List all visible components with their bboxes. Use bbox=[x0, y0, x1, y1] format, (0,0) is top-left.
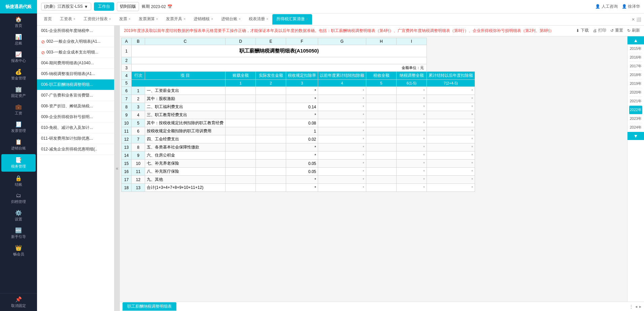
close-all-icon[interactable]: ✕ bbox=[632, 17, 635, 22]
cell-c2[interactable] bbox=[256, 143, 286, 151]
cell-c4[interactable]: * bbox=[318, 151, 366, 160]
sheet-scroll-left[interactable]: ◂ bbox=[635, 304, 637, 309]
tab-check[interactable]: 进销稽核 × bbox=[190, 14, 217, 25]
cell-c7[interactable]: * bbox=[427, 160, 475, 168]
close-tab-salary[interactable]: × bbox=[73, 17, 75, 21]
sidebar-item-home[interactable]: 🏠 首页 bbox=[0, 13, 37, 31]
close-tab-tax-book[interactable]: × bbox=[266, 17, 268, 21]
cell-c7[interactable]: * bbox=[427, 143, 475, 151]
sidebar-item-close[interactable]: 🔒 结账 bbox=[0, 172, 37, 190]
close-tab-invoice[interactable]: × bbox=[129, 17, 131, 21]
table-row[interactable]: 7 2 其中：股权激励 * * * * bbox=[122, 95, 475, 103]
cell-c3[interactable]: 0.02 bbox=[286, 135, 318, 143]
cell-c6[interactable]: * bbox=[397, 95, 427, 103]
workbench-button[interactable]: 工作台 bbox=[94, 2, 114, 11]
close-tab-check[interactable]: × bbox=[211, 17, 213, 21]
table-row[interactable]: 18 13 合计(1+3+4+7+8+9+10+11+12) * * * * bbox=[122, 184, 475, 192]
cell-c7[interactable]: * bbox=[427, 111, 475, 119]
cell-c2[interactable] bbox=[256, 151, 286, 160]
cell-c4[interactable]: * bbox=[318, 111, 366, 119]
close-tab-invoice-open[interactable]: × bbox=[183, 17, 185, 21]
cell-c6[interactable]: * bbox=[397, 111, 427, 119]
cell-c1[interactable] bbox=[226, 151, 256, 160]
cell-c5[interactable] bbox=[366, 151, 397, 160]
cell-c2[interactable] bbox=[256, 95, 286, 103]
cell-c3[interactable]: * bbox=[286, 95, 318, 103]
tab-inout-ledger[interactable]: 进销台账 × bbox=[217, 14, 245, 25]
cell-c5[interactable] bbox=[366, 103, 397, 111]
cell-c7[interactable]: * bbox=[427, 184, 475, 192]
cell-c6[interactable]: * bbox=[397, 127, 427, 135]
old-version-button[interactable]: 切到旧版 bbox=[117, 2, 139, 11]
sidebar-item-tax[interactable]: 📑 税务管理 bbox=[1, 154, 36, 172]
cell-c5[interactable] bbox=[366, 111, 397, 119]
cell-c5[interactable] bbox=[366, 176, 397, 184]
cell-c3[interactable]: * bbox=[286, 111, 318, 119]
cell-c6[interactable]: * bbox=[397, 184, 427, 192]
tab-home[interactable]: 首页 bbox=[40, 14, 56, 25]
tab-invoice-open[interactable]: 发票开具 × bbox=[162, 14, 190, 25]
cell-c3[interactable]: 0.14 bbox=[286, 103, 318, 111]
tab-invoice[interactable]: 发票 × bbox=[115, 14, 135, 25]
year-item[interactable]: 2016年 bbox=[629, 53, 642, 62]
cell-c1[interactable] bbox=[226, 184, 256, 192]
table-row[interactable]: 13 8 五、各类基本社会保障性缴款 * * * * bbox=[122, 143, 475, 151]
cell-c4[interactable]: * bbox=[318, 127, 366, 135]
sidebar-item-member[interactable]: 👑 畅会员 bbox=[0, 242, 37, 260]
close-tab-invoice-calc[interactable]: × bbox=[156, 17, 158, 21]
cell-c3[interactable]: * bbox=[286, 143, 318, 151]
cell-c3[interactable]: * bbox=[286, 184, 318, 192]
table-row[interactable]: 6 1 一、工资薪金支出 * * * * bbox=[122, 87, 475, 95]
cell-c5[interactable] bbox=[366, 119, 397, 127]
cell-c2[interactable] bbox=[256, 103, 286, 111]
cell-c3[interactable]: * bbox=[286, 151, 318, 160]
tab-salary-report[interactable]: 工资统计报表 × bbox=[79, 14, 115, 25]
cell-c4[interactable]: * bbox=[318, 87, 366, 95]
cell-c7[interactable]: * bbox=[427, 168, 475, 176]
cell-c5[interactable] bbox=[366, 127, 397, 135]
table-row[interactable]: 15 10 七、补充养老保险 0.05 * * * bbox=[122, 160, 475, 168]
cell-c2[interactable] bbox=[256, 135, 286, 143]
cell-c3[interactable]: * bbox=[286, 176, 318, 184]
year-nav-down[interactable]: ▼ bbox=[628, 132, 644, 140]
close-tab-income-tax[interactable]: × bbox=[306, 17, 308, 21]
calendar-icon[interactable]: 📅 bbox=[167, 4, 172, 9]
table-row[interactable]: 8 3 二、职工福利费支出 0.14 * * * bbox=[122, 103, 475, 111]
cell-c5[interactable] bbox=[366, 168, 397, 176]
download-button[interactable]: ⬇ 下载 bbox=[576, 28, 589, 33]
maximize-icon[interactable]: ⬜ bbox=[636, 17, 641, 22]
cell-c7[interactable]: * bbox=[427, 103, 475, 111]
cell-c6[interactable]: * bbox=[397, 168, 427, 176]
table-row[interactable]: 17 12 九、其他 * * * * bbox=[122, 176, 475, 184]
left-panel-item-004[interactable]: 004-期间费用明细表(A1040... bbox=[37, 58, 114, 69]
cell-c2[interactable] bbox=[256, 119, 286, 127]
cell-c5[interactable] bbox=[366, 135, 397, 143]
cell-c5[interactable] bbox=[366, 160, 397, 168]
support-link[interactable]: 👤 人工咨询 bbox=[595, 4, 617, 9]
left-panel-item-009[interactable]: 009-企业所得税弥补亏损明... bbox=[37, 112, 114, 123]
left-panel-item-010[interactable]: 010-免税、减计收入及加计... bbox=[37, 123, 114, 133]
year-nav-up[interactable]: ▲ bbox=[628, 36, 644, 44]
cell-c1[interactable] bbox=[226, 119, 256, 127]
cell-c4[interactable]: * bbox=[318, 95, 366, 103]
sidebar-item-invoice[interactable]: 🧾 发票管理 bbox=[0, 118, 37, 136]
year-item[interactable]: 2019年 bbox=[629, 79, 642, 88]
sidebar-item-unpin[interactable]: 📌 取消固定 bbox=[0, 293, 37, 311]
cell-c2[interactable] bbox=[256, 160, 286, 168]
sidebar-item-general[interactable]: 📊 总账 bbox=[0, 31, 37, 48]
cell-c2[interactable] bbox=[256, 87, 286, 95]
cell-c4[interactable]: * bbox=[318, 103, 366, 111]
cell-c7[interactable]: * bbox=[427, 127, 475, 135]
year-item[interactable]: 2023年 bbox=[629, 114, 642, 123]
tab-invoice-calc[interactable]: 发票测算 × bbox=[135, 14, 162, 25]
year-item[interactable]: 2020年 bbox=[629, 88, 642, 97]
bottom-sheet-tab[interactable]: 职工薪酬纳税调整明细表 bbox=[123, 302, 176, 311]
cell-c4[interactable]: * bbox=[318, 135, 366, 143]
sheet-menu-icon[interactable]: ⋮ bbox=[629, 304, 633, 309]
cell-c6[interactable]: * bbox=[397, 135, 427, 143]
left-panel-item-012[interactable]: 012-减免企业所得税优惠明细(.. bbox=[37, 144, 114, 155]
left-panel-item-003[interactable]: ⊘ 003-一般企业成本支出明细... bbox=[37, 47, 114, 58]
cell-c2[interactable] bbox=[256, 184, 286, 192]
table-row[interactable]: 10 5 其中：按税收规定比例扣除的职工教育经费 0.08 * * * bbox=[122, 119, 475, 127]
sidebar-item-guide[interactable]: 🆕 新手引导 bbox=[0, 224, 37, 242]
